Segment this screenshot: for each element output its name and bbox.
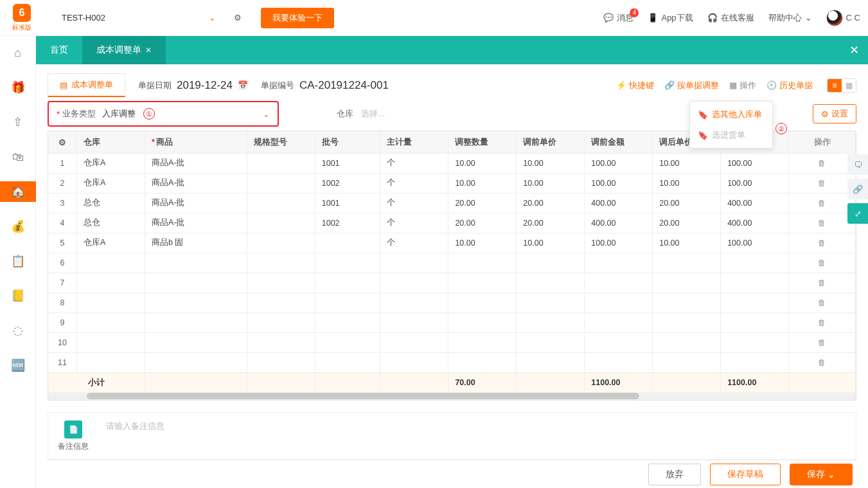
cell-unit[interactable]: 个 [380,173,448,193]
cell-prod[interactable] [145,273,247,293]
help-center-button[interactable]: 帮助中心 ⌄ [768,12,812,24]
cell-unit[interactable]: 个 [380,193,448,213]
cell-aprice[interactable] [653,293,721,312]
cell-batch[interactable] [315,293,380,312]
cell-wh[interactable]: 总仓 [76,193,145,213]
cell-qty[interactable] [448,332,517,352]
operate-action[interactable]: ▦操作 [729,80,756,91]
cell-prod[interactable] [145,352,247,372]
customer-service-button[interactable]: 🎧 在线客服 [707,12,754,24]
cell-aprice[interactable]: 20.00 [653,193,721,213]
cell-aamt[interactable]: 400.00 [721,193,789,213]
cell-wh[interactable] [76,293,145,312]
shortcut-action[interactable]: ⚡快捷键 [616,80,654,91]
cell-pamt[interactable]: 100.00 [585,173,653,193]
cell-pprice[interactable] [517,293,585,312]
sidebar-purchase[interactable]: ⇧ [8,112,28,132]
by-bill-action[interactable]: 🔗按单据调整 [664,80,719,91]
cell-batch[interactable]: 1001 [315,193,380,213]
row-delete-button[interactable]: 🗑 [789,253,856,273]
messages-button[interactable]: 💬 消息 4 [603,12,633,24]
cell-unit[interactable] [380,312,448,332]
cell-wh[interactable]: 总仓 [76,213,145,233]
view-list-button[interactable]: ≡ [828,79,842,92]
cell-unit[interactable] [380,253,448,273]
cell-aprice[interactable] [653,352,721,372]
discard-button[interactable]: 放弃 [648,464,701,485]
rail-attach-button[interactable]: 🔗 [847,179,868,199]
cell-pprice[interactable] [517,253,585,273]
sidebar-inventory[interactable]: 🏠 [0,181,36,202]
cell-spec[interactable] [247,332,315,352]
cell-prod[interactable]: 商品A-批 [145,193,247,213]
org-settings-button[interactable]: ⚙ [229,9,247,27]
history-action[interactable]: 🕘历史单据 [766,80,813,91]
table-row[interactable]: 3总仓商品A-批1001个20.0020.00400.0020.00400.00… [48,193,856,213]
cell-spec[interactable] [247,173,315,193]
cell-qty[interactable]: 20.00 [448,213,517,233]
calendar-icon[interactable]: 📅 [238,80,248,90]
cell-batch[interactable] [315,253,380,273]
cell-aprice[interactable] [653,312,721,332]
sidebar-finance[interactable]: 💰 [8,216,28,237]
cell-batch[interactable] [315,312,380,332]
cell-pamt[interactable] [585,352,653,372]
cell-pprice[interactable]: 10.00 [517,153,585,173]
cell-pamt[interactable]: 400.00 [585,193,653,213]
cell-pamt[interactable] [585,332,653,352]
cell-qty[interactable] [448,312,517,332]
row-delete-button[interactable]: 🗑 [789,352,856,372]
cell-wh[interactable] [76,332,145,352]
cell-aprice[interactable]: 10.00 [653,153,721,173]
cell-prod[interactable]: 商品A-批 [145,213,247,233]
cell-batch[interactable]: 1001 [315,153,380,173]
cell-pprice[interactable] [517,352,585,372]
cell-spec[interactable] [247,253,315,273]
cell-pprice[interactable] [517,273,585,293]
sidebar-loading[interactable]: ◌ [8,320,28,341]
cell-prod[interactable]: 商品A-批 [145,173,247,193]
cell-wh[interactable] [76,253,145,273]
sidebar-sales[interactable]: 🛍 [8,147,28,167]
trial-cta-button[interactable]: 我要体验一下 [261,8,334,28]
table-row[interactable]: 9🗑 [48,312,856,332]
cell-prod[interactable]: 商品b 固 [145,233,247,253]
cell-pamt[interactable]: 400.00 [585,213,653,233]
cell-pprice[interactable]: 20.00 [517,193,585,213]
row-delete-button[interactable]: 🗑 [789,213,856,233]
cell-wh[interactable]: 仓库A [76,233,145,253]
table-row[interactable]: 10🗑 [48,332,856,352]
cell-unit[interactable]: 个 [380,153,448,173]
cell-qty[interactable]: 10.00 [448,173,517,193]
cell-aamt[interactable]: 100.00 [721,233,789,253]
dropdown-item-other-in[interactable]: 🔖 选其他入库单 [690,104,772,125]
cell-aprice[interactable] [653,253,721,273]
cell-aprice[interactable] [653,332,721,352]
cell-wh[interactable] [76,352,145,372]
save-draft-button[interactable]: 保存草稿 [710,464,781,485]
cell-aprice[interactable] [653,273,721,293]
sidebar-ledger[interactable]: 📒 [8,285,28,306]
row-delete-button[interactable]: 🗑 [789,233,856,253]
remark-input[interactable] [98,413,856,459]
cell-batch[interactable] [315,273,380,293]
cell-spec[interactable] [247,293,315,312]
table-row[interactable]: 1仓库A商品A-批1001个10.0010.00100.0010.00100.0… [48,153,856,173]
cell-qty[interactable] [448,253,517,273]
cell-pprice[interactable] [517,332,585,352]
warehouse-select[interactable]: 仓库 选择... [337,108,385,120]
cell-unit[interactable] [380,352,448,372]
cell-unit[interactable] [380,273,448,293]
sidebar-home[interactable]: ⌂ [8,42,28,63]
cell-pprice[interactable]: 10.00 [517,233,585,253]
col-settings[interactable]: ⚙ [48,131,76,153]
rail-expand-button[interactable]: ⤢ [847,203,868,224]
sidebar-new[interactable]: 🆕 [8,355,28,375]
row-delete-button[interactable]: 🗑 [789,312,856,332]
row-delete-button[interactable]: 🗑 [789,193,856,213]
cell-spec[interactable] [247,233,315,253]
cell-spec[interactable] [247,193,315,213]
cell-aamt[interactable] [721,253,789,273]
row-delete-button[interactable]: 🗑 [789,153,856,173]
cell-qty[interactable] [448,352,517,372]
